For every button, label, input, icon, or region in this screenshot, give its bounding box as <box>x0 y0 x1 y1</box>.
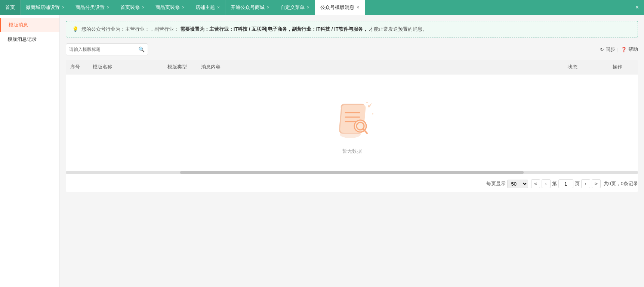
nav-tab-custom-menu[interactable]: 自定义菜单 × <box>275 0 315 15</box>
col-template-type: 模版类型 <box>163 60 197 74</box>
col-template-name: 模版名称 <box>88 60 163 74</box>
empty-state: 暂无数据 <box>66 74 638 170</box>
page-input: 第 页 <box>552 179 580 188</box>
nav-tab-category-settings[interactable]: 商品分类设置 × <box>70 0 115 15</box>
nav-tab-product-decoration-close[interactable]: × <box>182 5 185 10</box>
nav-tab-template-message-label: 公众号模版消息 <box>320 4 354 11</box>
notice-banner: 💡 您的公众号行业为：主营行业：，副营行业： 需要设置为：主营行业：IT科技 /… <box>66 21 638 37</box>
total-info: 共0页，0条记录 <box>604 180 638 187</box>
sync-icon: ↻ <box>600 47 604 52</box>
top-nav: 首页 微商城店铺设置 × 商品分类设置 × 首页装修 × 商品页装修 × 店铺主… <box>0 0 644 15</box>
empty-text: 暂无数据 <box>342 148 362 155</box>
sync-label: 同步 <box>606 46 615 53</box>
sidebar: 模版消息 模版消息记录 <box>0 15 60 287</box>
nav-tab-home-decoration-close[interactable]: × <box>142 5 145 10</box>
prev-page-button[interactable]: ‹ <box>542 179 551 188</box>
search-input[interactable] <box>69 47 138 52</box>
close-all-button[interactable]: × <box>630 4 644 11</box>
content-area: 💡 您的公众号行业为：主营行业：，副营行业： 需要设置为：主营行业：IT科技 /… <box>60 15 644 287</box>
nav-tab-category-settings-label: 商品分类设置 <box>76 4 105 11</box>
page-nav: ⊲ ‹ 第 页 › ⊳ <box>531 179 601 188</box>
page-number-input[interactable] <box>558 179 573 188</box>
table-header-row: 序号 模版名称 模版类型 消息内容 状态 操作 <box>66 60 638 74</box>
notice-text: 您的公众号行业为：主营行业：，副营行业： 需要设置为：主营行业：IT科技 / 互… <box>81 26 427 33</box>
page-label-suffix: 页 <box>575 180 580 187</box>
toolbar-right: ↻ 同步 | ❓ 帮助 <box>600 46 638 53</box>
nav-tab-shop-settings[interactable]: 微商城店铺设置 × <box>21 0 70 15</box>
col-message-content: 消息内容 <box>197 60 563 74</box>
nav-tab-category-settings-close[interactable]: × <box>107 5 110 10</box>
nav-tab-shop-settings-label: 微商城店铺设置 <box>26 4 60 11</box>
nav-tab-home-decoration[interactable]: 首页装修 × <box>115 0 150 15</box>
help-button[interactable]: ❓ 帮助 <box>621 46 638 53</box>
empty-state-icon <box>330 97 375 142</box>
next-page-button[interactable]: › <box>581 179 590 188</box>
sync-button[interactable]: ↻ 同步 <box>600 46 615 53</box>
svg-point-7 <box>368 105 370 107</box>
notice-icon: 💡 <box>72 26 78 32</box>
nav-tab-open-wechat-label: 开通公众号商城 <box>231 4 265 11</box>
page-size-select: 每页显示 50 10 20 100 <box>486 180 528 188</box>
nav-tab-shop-theme-label: 店铺主题 <box>195 4 215 11</box>
col-actions: 操作 <box>608 60 638 74</box>
nav-tab-home-decoration-label: 首页装修 <box>120 4 140 11</box>
col-status: 状态 <box>563 60 608 74</box>
data-table: 序号 模版名称 模版类型 消息内容 状态 操作 <box>66 60 638 170</box>
page-size-dropdown[interactable]: 50 10 20 100 <box>507 180 528 188</box>
nav-tab-shop-theme-close[interactable]: × <box>217 5 220 10</box>
help-label: 帮助 <box>628 46 638 53</box>
nav-tab-home[interactable]: 首页 <box>0 0 21 15</box>
nav-tab-template-message[interactable]: 公众号模版消息 × <box>315 0 365 15</box>
sidebar-item-template-message-records[interactable]: 模版消息记录 <box>0 32 59 46</box>
svg-point-8 <box>372 113 373 115</box>
nav-tab-open-wechat-close[interactable]: × <box>267 5 269 10</box>
svg-point-9 <box>366 102 368 103</box>
search-box[interactable]: 🔍 <box>66 43 148 55</box>
col-seq: 序号 <box>66 60 88 74</box>
page-label-prefix: 第 <box>552 180 557 187</box>
pagination-row: 每页显示 50 10 20 100 ⊲ ‹ 第 页 <box>66 175 638 192</box>
nav-tab-shop-theme[interactable]: 店铺主题 × <box>190 0 225 15</box>
table-empty-row: 暂无数据 <box>66 74 638 170</box>
nav-tab-home-label: 首页 <box>5 4 15 11</box>
notice-highlight: 需要设置为：主营行业：IT科技 / 互联网|电子商务，副营行业：IT科技 / I… <box>180 26 368 32</box>
horizontal-scrollbar[interactable] <box>66 171 638 174</box>
nav-tab-product-decoration[interactable]: 商品页装修 × <box>150 0 190 15</box>
scrollbar-thumb[interactable] <box>180 171 524 174</box>
search-icon[interactable]: 🔍 <box>138 46 145 52</box>
sidebar-item-template-message[interactable]: 模版消息 <box>0 18 59 32</box>
main-layout: 模版消息 模版消息记录 💡 您的公众号行业为：主营行业：，副营行业： 需要设置为… <box>0 15 644 287</box>
nav-tab-open-wechat[interactable]: 开通公众号商城 × <box>225 0 275 15</box>
last-page-button[interactable]: ⊳ <box>592 179 601 188</box>
nav-tab-product-decoration-label: 商品页装修 <box>155 4 180 11</box>
sidebar-item-template-message-label: 模版消息 <box>9 22 28 28</box>
first-page-button[interactable]: ⊲ <box>531 179 540 188</box>
page-size-label: 每页显示 <box>486 180 506 187</box>
nav-tab-custom-menu-close[interactable]: × <box>307 5 309 10</box>
toolbar-divider: | <box>617 47 619 52</box>
toolbar-row: 🔍 ↻ 同步 | ❓ 帮助 <box>66 43 638 55</box>
table-container: 序号 模版名称 模版类型 消息内容 状态 操作 <box>66 60 638 192</box>
nav-tab-template-message-close[interactable]: × <box>357 5 359 10</box>
help-icon: ❓ <box>621 47 627 52</box>
sidebar-item-template-message-records-label: 模版消息记录 <box>7 36 37 42</box>
nav-tab-shop-settings-close[interactable]: × <box>62 5 65 10</box>
nav-tab-custom-menu-label: 自定义菜单 <box>280 4 305 11</box>
